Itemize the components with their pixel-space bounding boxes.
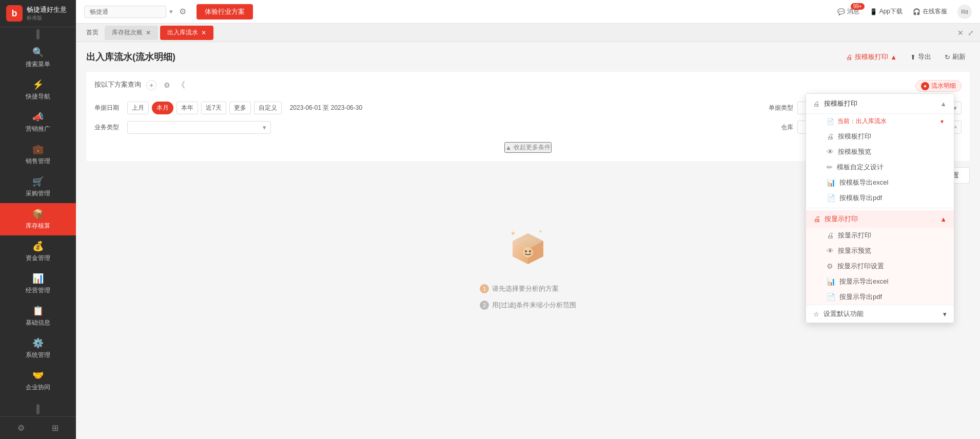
message-badge: 99+ [851, 3, 865, 10]
tab-flow-close[interactable]: ✕ [201, 29, 206, 36]
gear-icon: ⚙️ [32, 337, 44, 349]
page-header: 出入库流水(流水明细) 🖨 按模板打印 ▲ ⬆ 导出 ↻ [86, 50, 970, 64]
refresh-btn[interactable]: ↻ 刷新 [940, 50, 970, 64]
sidebar-item-finance[interactable]: 💰 资金管理 [0, 235, 76, 268]
sidebar-item-label: 系统管理 [26, 351, 50, 360]
display-section-arrow[interactable]: ▲ [940, 215, 947, 223]
display-print-section-header[interactable]: 🖨 按显示打印 ▲ [806, 210, 954, 228]
sidebar-item-search[interactable]: 🔍 搜索菜单 [0, 42, 76, 74]
topbar: ▾ ⚙ 体验行业方案 💬 消息 99+ 📱 App下载 🎧 在线客服 [76, 0, 980, 24]
display-print-btn[interactable]: 🖨 按显示打印 [806, 228, 954, 243]
display-excel-icon: 📊 [827, 277, 835, 286]
svg-text:✦: ✦ [538, 229, 542, 234]
tab-flow[interactable]: 出入库流水 ✕ [160, 26, 213, 40]
print-panel-header: 🖨 按模板打印 ▲ [806, 94, 954, 114]
sidebar-scroll-down[interactable] [36, 404, 40, 414]
online-service-btn[interactable]: 🎧 在线客服 [913, 7, 947, 16]
sidebar-item-operations[interactable]: 📊 经营管理 [0, 268, 76, 300]
step-2-circle: 2 [480, 301, 489, 310]
svg-text:✦: ✦ [541, 245, 544, 250]
filter-tag-icon: ● [921, 82, 929, 90]
date-filter-buttons: 上月 本月 本年 近7天 更多 自定义 [127, 102, 282, 114]
sidebar-item-purchase[interactable]: 🛒 采购管理 [0, 171, 76, 203]
tab-batch[interactable]: 库存批次账 ✕ [105, 26, 158, 40]
tab-flow-label: 出入库流水 [167, 28, 198, 37]
sidebar-item-newbie[interactable]: 🎯 新手引导 [0, 397, 76, 402]
display-export-pdf-btn[interactable]: 📄 按显示导出pdf [806, 289, 954, 305]
display-print-label: 按显示打印 [838, 231, 871, 240]
print-template-btn[interactable]: 🖨 按模板打印 ▲ [842, 50, 901, 64]
topbar-gear-icon[interactable]: ⚙ [179, 7, 186, 16]
empty-state-steps: 1 请先选择要分析的方案 2 用[过滤]条件来缩小分析范围 [480, 282, 576, 312]
sidebar-item-label: 基础信息 [26, 318, 50, 327]
template-export-pdf-btn[interactable]: 📄 按模板导出pdf [806, 190, 954, 206]
user-avatar[interactable]: Rit [957, 5, 972, 19]
date-btn-this-month[interactable]: 本月 [152, 102, 173, 114]
display-print-settings-btn[interactable]: ⚙ 按显示打印设置 [806, 258, 954, 274]
template-print-btn[interactable]: 🖨 按模板打印 [806, 129, 954, 144]
display-settings-icon: ⚙ [827, 262, 833, 270]
page-content: 出入库流水(流水明细) 🖨 按模板打印 ▲ ⬆ 导出 ↻ [76, 42, 980, 439]
settings-footer-btn[interactable]: ⚙ [17, 423, 25, 433]
template-preview-btn[interactable]: 👁 按模板预览 [806, 144, 954, 159]
default-settings-btn[interactable]: ☆ 设置默认功能 ▾ [806, 305, 954, 323]
app-download-btn[interactable]: 📱 App下载 [870, 7, 903, 16]
sidebar-item-label: 搜索菜单 [26, 60, 50, 69]
date-btn-7days[interactable]: 近7天 [201, 102, 226, 114]
sidebar-item-system[interactable]: ⚙️ 系统管理 [0, 332, 76, 365]
sidebar-scroll-up[interactable] [36, 29, 40, 39]
template-custom-btn[interactable]: ✏ 模板自定义设计 [806, 159, 954, 175]
filter-label: 按以下方案查询 [94, 80, 141, 89]
sidebar-logo: b 畅捷通好生意 标准版 [0, 0, 76, 27]
refresh-icon: ↻ [945, 53, 950, 61]
tab-batch-close[interactable]: ✕ [146, 29, 151, 36]
display-preview-btn[interactable]: 👁 按显示预览 [806, 243, 954, 258]
collapse-more-btn[interactable]: ▲ 收起更多条件 [504, 142, 552, 153]
tabs-right: ✕ ⤢ [957, 29, 974, 37]
sidebar-item-basic[interactable]: 📋 基础信息 [0, 300, 76, 332]
sidebar-item-label: 资金管理 [26, 254, 50, 263]
print-current-arrow[interactable]: ▾ [940, 118, 944, 125]
display-print-settings-label: 按显示打印设置 [837, 262, 884, 271]
sidebar-nav: 🔍 搜索菜单 ⚡ 快捷导航 📣 营销推广 💼 销售管理 🛒 采购管理 📦 [0, 42, 76, 402]
add-filter-btn[interactable]: + [146, 80, 156, 90]
default-settings-arrow[interactable]: ▾ [943, 310, 947, 318]
export-btn[interactable]: ⬆ 导出 [906, 50, 935, 64]
svg-text:✦: ✦ [510, 229, 516, 237]
lightning-icon: ⚡ [32, 79, 44, 90]
filter-collapse-left-btn[interactable]: 《 [177, 80, 185, 91]
expand-tab-btn[interactable]: ⤢ [968, 29, 974, 37]
print-panel-close-arrow[interactable]: ▲ [940, 100, 947, 108]
sidebar-item-label: 企业协同 [26, 383, 50, 392]
biz-type-dropdown-arrow: ▾ [263, 124, 266, 131]
print-template-label: 按模板打印 [855, 52, 888, 62]
search-dropdown-icon[interactable]: ▾ [169, 8, 173, 15]
trial-btn[interactable]: 体验行业方案 [197, 4, 253, 19]
date-btn-last-month[interactable]: 上月 [127, 102, 149, 114]
template-export-excel-btn[interactable]: 📊 按模板导出excel [806, 175, 954, 190]
topbar-search-input[interactable] [84, 6, 166, 18]
active-filter-tag: ● 流水明细 [915, 80, 962, 92]
sidebar-item-marketing[interactable]: 📣 营销推广 [0, 106, 76, 138]
close-all-tab-btn[interactable]: ✕ [957, 29, 964, 37]
filter-settings-btn[interactable]: ⚙ [162, 80, 172, 90]
print-dropdown-arrow[interactable]: ▲ [890, 53, 897, 61]
collapse-footer-btn[interactable]: ⊞ [52, 423, 58, 433]
collapse-arrow-icon: ▲ [505, 144, 512, 151]
brand-name: 畅捷通好生意 [27, 6, 67, 14]
display-export-excel-btn[interactable]: 📊 按显示导出excel [806, 274, 954, 289]
date-btn-custom[interactable]: 自定义 [254, 102, 282, 114]
sidebar-item-sales[interactable]: 💼 销售管理 [0, 138, 76, 171]
phone-icon: 📱 [870, 8, 877, 15]
sidebar-item-shortcut[interactable]: ⚡ 快捷导航 [0, 74, 76, 106]
message-btn[interactable]: 💬 消息 99+ [837, 7, 859, 16]
sidebar-item-enterprise[interactable]: 🤝 企业协同 [0, 365, 76, 397]
sidebar-item-inventory[interactable]: 📦 库存核算 [0, 203, 76, 235]
biz-type-select[interactable]: ▾ [127, 121, 271, 134]
display-print-section-icon: 🖨 [813, 215, 820, 223]
date-btn-more[interactable]: 更多 [229, 102, 251, 114]
tab-home[interactable]: 首页 [82, 28, 103, 37]
date-btn-this-year[interactable]: 本年 [177, 102, 198, 114]
template-print-label: 按模板打印 [838, 132, 871, 141]
main-area: ▾ ⚙ 体验行业方案 💬 消息 99+ 📱 App下载 🎧 在线客服 [76, 0, 980, 439]
